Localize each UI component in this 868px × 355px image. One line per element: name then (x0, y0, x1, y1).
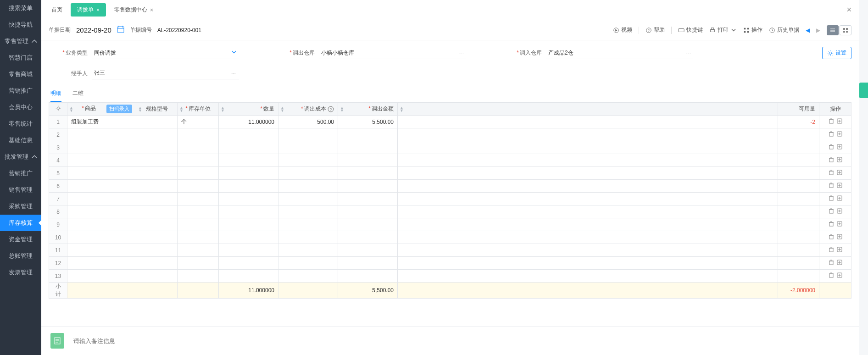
table-row[interactable]: 5 (49, 167, 851, 180)
operator-input[interactable]: 张三··· (92, 67, 239, 79)
sidebar-item-invoice[interactable]: 发票管理 (0, 264, 41, 281)
sort-icon[interactable]: ▲▼ (69, 106, 73, 112)
column-config-button[interactable] (49, 103, 67, 116)
delete-icon[interactable] (828, 259, 835, 266)
sort-icon[interactable]: ▲▼ (400, 106, 404, 112)
sidebar-item-marketing[interactable]: 营销推广 (0, 83, 41, 99)
tab-retail-data-center[interactable]: 零售数据中心× (108, 3, 160, 17)
table-row[interactable]: 12 (49, 257, 851, 270)
sort-icon[interactable]: ▲▼ (179, 106, 184, 112)
delete-icon[interactable] (828, 182, 835, 189)
table-row[interactable]: 13 (49, 270, 851, 283)
prev-icon[interactable]: ◀ (806, 27, 810, 33)
sidebar-item-inventory[interactable]: 库存核算 (0, 215, 41, 231)
in-wh-input[interactable]: 产成品2仓··· (546, 47, 693, 59)
table-row[interactable]: 3 (49, 141, 851, 154)
tab-home[interactable]: 首页 (45, 3, 69, 17)
subtab-detail[interactable]: 明细 (50, 89, 61, 102)
table-row[interactable]: 6 (49, 180, 851, 193)
add-row-icon[interactable] (836, 118, 843, 124)
history-button[interactable]: 历史单据 (769, 26, 799, 34)
next-icon[interactable]: ▶ (816, 27, 820, 33)
table-row[interactable]: 1组装加工费个11.000000500.005,500.00-2 (49, 116, 851, 128)
add-row-icon[interactable] (836, 259, 843, 266)
delete-icon[interactable] (828, 246, 835, 253)
table-row[interactable]: 2 (49, 128, 851, 141)
table-row[interactable]: 10 (49, 231, 851, 244)
add-row-icon[interactable] (836, 144, 843, 150)
calendar-icon[interactable] (117, 26, 124, 34)
delete-icon[interactable] (828, 208, 835, 214)
sort-icon[interactable]: ▲▼ (340, 106, 344, 112)
table-row[interactable]: 9 (49, 218, 851, 231)
sidebar-item-ledger[interactable]: 总账管理 (0, 248, 41, 264)
delete-icon[interactable] (828, 233, 835, 240)
delete-icon[interactable] (828, 131, 835, 137)
add-row-icon[interactable] (836, 182, 843, 189)
date-value[interactable]: 2022-09-20 (76, 26, 111, 34)
close-icon[interactable]: × (96, 7, 100, 13)
table-row[interactable]: 11 (49, 244, 851, 257)
sidebar-item-sales-mgmt[interactable]: 销售管理 (0, 182, 41, 198)
remark-input[interactable] (73, 338, 850, 344)
business-type-input[interactable]: 同价调拨 (92, 47, 239, 59)
more-icon[interactable]: ··· (685, 50, 691, 56)
help-button[interactable]: ?帮助 (645, 26, 665, 34)
sidebar-item-member-center[interactable]: 会员中心 (0, 99, 41, 116)
add-row-icon[interactable] (836, 221, 843, 227)
col-product[interactable]: ▲▼商品扫码录入 (67, 103, 136, 116)
sort-icon[interactable]: ▲▼ (138, 106, 142, 112)
delete-icon[interactable] (828, 195, 835, 201)
add-row-icon[interactable] (836, 169, 843, 176)
close-all-tabs-icon[interactable]: × (846, 5, 851, 15)
table-row[interactable]: 8 (49, 205, 851, 218)
delete-icon[interactable] (828, 169, 835, 176)
sidebar-item-retail-stats[interactable]: 零售统计 (0, 116, 41, 132)
settings-button[interactable]: 设置 (822, 47, 851, 59)
col-unit[interactable]: ▲▼库存单位 (178, 103, 219, 116)
delete-icon[interactable] (828, 118, 835, 124)
sort-icon[interactable]: ▲▼ (221, 106, 225, 112)
table-row[interactable]: 7 (49, 193, 851, 205)
sort-icon[interactable]: ▲▼ (280, 106, 284, 112)
col-qty[interactable]: ▲▼数量 (219, 103, 278, 116)
delete-icon[interactable] (828, 221, 835, 227)
sidebar-item-quick-nav[interactable]: 快捷导航 (0, 17, 41, 33)
sidebar-item-basic-info[interactable]: 基础信息 (0, 132, 41, 149)
scan-input-button[interactable]: 扫码录入 (106, 105, 132, 113)
add-row-icon[interactable] (836, 131, 843, 137)
shortcut-button[interactable]: 快捷键 (678, 26, 703, 34)
col-out-cost[interactable]: ▲▼调出成本 ? (278, 103, 338, 116)
sidebar-item-search-menu[interactable]: 搜索菜单 (0, 0, 41, 17)
print-button[interactable]: 打印 (709, 26, 737, 34)
delete-icon[interactable] (828, 272, 835, 278)
subtab-2d[interactable]: 二维 (72, 89, 83, 102)
add-row-icon[interactable] (836, 156, 843, 163)
video-button[interactable]: 视频 (613, 26, 632, 34)
out-wh-input[interactable]: 小畅小畅仓库··· (319, 47, 466, 59)
col-out-amount[interactable]: ▲▼调出金额 (338, 103, 398, 116)
sidebar-item-purchase[interactable]: 采购管理 (0, 198, 41, 215)
add-row-icon[interactable] (836, 246, 843, 253)
sidebar-item-marketing-2[interactable]: 营销推广 (0, 165, 41, 182)
view-card-button[interactable] (840, 25, 851, 35)
info-icon[interactable]: ? (328, 106, 334, 112)
add-row-icon[interactable] (836, 272, 843, 278)
sidebar-item-smart-store[interactable]: 智慧门店 (0, 50, 41, 66)
table-row[interactable]: 4 (49, 154, 851, 167)
delete-icon[interactable] (828, 144, 835, 150)
col-spec[interactable]: ▲▼规格型号 (136, 103, 178, 116)
side-panel-handle[interactable] (859, 83, 868, 98)
more-icon[interactable]: ··· (458, 50, 464, 56)
tab-transfer-order[interactable]: 调拨单× (71, 3, 106, 17)
add-row-icon[interactable] (836, 195, 843, 201)
sidebar-group-retail[interactable]: 零售管理 (0, 33, 41, 50)
view-list-button[interactable] (827, 25, 839, 35)
add-row-icon[interactable] (836, 233, 843, 240)
operate-button[interactable]: 操作 (743, 26, 762, 34)
delete-icon[interactable] (828, 156, 835, 163)
sidebar-item-fund[interactable]: 资金管理 (0, 231, 41, 248)
sidebar-item-retail-mall[interactable]: 零售商城 (0, 66, 41, 83)
col-available[interactable]: 可用量 (778, 103, 819, 116)
more-icon[interactable]: ··· (231, 70, 237, 77)
